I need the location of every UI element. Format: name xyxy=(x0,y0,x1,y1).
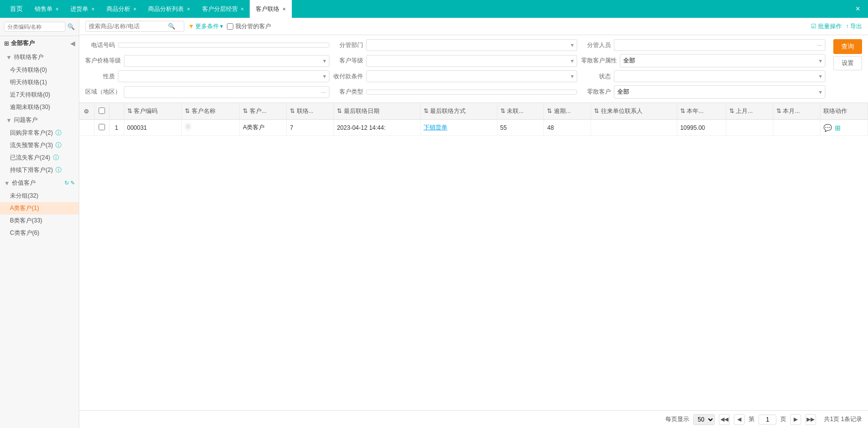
filter-toolbar: 🔍 ▼ 更多条件 ▾ 我分管的客户 ☑ 批量操作 ↑ 导出 xyxy=(79,18,868,35)
price-level-select[interactable]: ▾ xyxy=(124,55,329,67)
close-tab-sales[interactable]: × xyxy=(55,6,58,12)
th-no-contact[interactable]: ⇅ 未联... xyxy=(497,103,544,120)
per-page-select[interactable]: 50 xyxy=(693,414,715,425)
th-contact[interactable]: ⇅ 联络... xyxy=(287,103,334,120)
nav-tab-customer-segment[interactable]: 客户分层经营 × xyxy=(196,0,250,18)
scattered-select[interactable]: 全部 ▾ xyxy=(620,54,825,67)
close-tab-customer-contact[interactable]: × xyxy=(282,6,285,12)
td-last-month xyxy=(726,120,773,136)
sidebar-group-problem[interactable]: ▼ 问题客户 xyxy=(0,113,79,127)
arrow-down-icon: ▼ xyxy=(6,54,12,61)
batch-op-btn[interactable]: ☑ 批量操作 xyxy=(811,22,842,31)
scattered-2-select[interactable]: 全部 ▾ xyxy=(614,85,825,99)
payment-select[interactable]: ▾ xyxy=(366,70,578,82)
th-last-month[interactable]: ⇅ 上月... xyxy=(726,103,773,120)
phone-label: 电话号码 xyxy=(85,41,115,50)
th-last-date[interactable]: ⇅ 最后联络日期 xyxy=(334,103,421,120)
td-code: 000031 xyxy=(124,120,182,136)
value-group-icons[interactable]: ↻ ✎ xyxy=(64,180,75,186)
my-customers-checkbox[interactable] xyxy=(227,23,233,30)
pagination: 每页显示 50 ◀◀ ◀ 第 页 ▶ ▶▶ 共1页 1条记录 xyxy=(79,410,868,428)
setting-button[interactable]: 设置 xyxy=(833,56,862,70)
close-tab-customer-segment[interactable]: × xyxy=(241,6,244,12)
td-level: A类客户 xyxy=(240,120,287,136)
sidebar-item-c-class[interactable]: C类客户(6) xyxy=(0,227,79,239)
nav-tab-analysis-list[interactable]: 商品分析列表 × xyxy=(142,0,196,18)
last-page-btn[interactable]: ▶▶ xyxy=(805,414,816,425)
close-tab-purchase[interactable]: × xyxy=(91,6,94,12)
close-tab-analysis-list[interactable]: × xyxy=(187,6,190,12)
action-qr-icon[interactable]: ⊞ xyxy=(835,124,841,132)
th-code[interactable]: ⇅ 客户编码 xyxy=(124,103,182,120)
sidebar-item-tomorrow[interactable]: 明天待联络(1) xyxy=(0,76,79,89)
sidebar-item-ungrouped[interactable]: 未分组(32) xyxy=(0,190,79,202)
sidebar-item-abnormal[interactable]: 回购异常客户(2) ⓘ xyxy=(0,127,79,139)
sidebar-search-input[interactable] xyxy=(4,22,65,32)
dept-select[interactable]: ▾ xyxy=(366,39,578,51)
query-button[interactable]: 查询 xyxy=(833,39,862,54)
th-this-year[interactable]: ⇅ 本年... xyxy=(677,103,726,120)
next-page-btn[interactable]: ▶ xyxy=(790,414,801,425)
th-gear[interactable]: ⚙ xyxy=(79,103,94,120)
last-method-link[interactable]: 下销货单 xyxy=(424,124,447,131)
sidebar-item-today[interactable]: 今天待联络(0) xyxy=(0,64,79,76)
sidebar-item-b-class[interactable]: B类客户(33) xyxy=(0,214,79,227)
sidebar-search-icon[interactable]: 🔍 xyxy=(67,23,75,30)
nav-tab-analysis[interactable]: 商品分析 × xyxy=(101,0,142,18)
grid-icon: ⊞ xyxy=(4,40,9,47)
td-contact: 7 xyxy=(287,120,334,136)
filter-search-box[interactable]: 🔍 xyxy=(85,21,184,32)
my-customers-filter[interactable]: 我分管的客户 xyxy=(227,22,271,31)
person-label: 分管人员 xyxy=(581,41,611,50)
region-input[interactable]: ··· xyxy=(124,86,329,98)
first-page-btn[interactable]: ◀◀ xyxy=(719,414,730,425)
sidebar-all-customers[interactable]: ⊞ 全部客户 ◀ xyxy=(0,36,79,51)
sidebar-group-value[interactable]: ▼ 价值客户 ↻ ✎ xyxy=(0,176,79,190)
toolbar-right: ☑ 批量操作 ↑ 导出 xyxy=(811,22,862,31)
sidebar-group-pending[interactable]: ▼ 待联络客户 xyxy=(0,51,79,64)
th-name[interactable]: ⇅ 客户名称 xyxy=(182,103,240,120)
phone-input[interactable] xyxy=(118,43,329,48)
sidebar-collapse-button[interactable]: ◀ xyxy=(70,40,75,47)
sidebar-search-container: 🔍 xyxy=(0,18,79,36)
td-num: 1 xyxy=(109,120,124,136)
th-visits[interactable]: ⇅ 往来单位联系人 xyxy=(591,103,677,120)
select-all-checkbox[interactable] xyxy=(99,107,105,114)
close-tab-analysis[interactable]: × xyxy=(133,6,136,12)
sidebar-item-7days[interactable]: 近7天待联络(0) xyxy=(0,89,79,101)
sidebar-item-a-class[interactable]: A类客户(1) xyxy=(0,202,79,214)
sidebar-item-overdue[interactable]: 逾期未联络(30) xyxy=(0,101,79,113)
filter-search-input[interactable] xyxy=(89,23,168,30)
sidebar-item-churn-warning[interactable]: 流失预警客户(3) ⓘ xyxy=(0,139,79,152)
sidebar-item-churned[interactable]: 已流失客户(24) ⓘ xyxy=(0,152,79,164)
page-number-input[interactable] xyxy=(759,415,776,425)
customer-type-input[interactable] xyxy=(366,90,578,95)
advanced-filters: 电话号码 分管部门 ▾ 分管人员 xyxy=(79,35,868,103)
nav-tab-customer-contact[interactable]: 客户联络 × xyxy=(250,0,291,18)
nav-home[interactable]: 首页 xyxy=(4,4,29,13)
nav-tab-purchase[interactable]: 进货单 × xyxy=(64,0,100,18)
more-filters-btn[interactable]: ▼ 更多条件 ▾ xyxy=(188,22,223,31)
prev-page-btn[interactable]: ◀ xyxy=(734,414,745,425)
action-message-icon[interactable]: 💬 xyxy=(823,124,832,132)
th-last-method[interactable]: ⇅ 最后联络方式 xyxy=(420,103,497,120)
td-name: ？ xyxy=(182,120,240,136)
th-this-month[interactable]: ⇅ 本月... xyxy=(773,103,820,120)
filter-scattered: 零散客户属性 全部 ▾ xyxy=(581,54,825,67)
customer-level-select[interactable]: ▾ xyxy=(366,55,578,67)
nature-select[interactable]: ▾ xyxy=(118,70,329,82)
th-level[interactable]: ⇅ 客户... xyxy=(240,103,287,120)
td-last-method[interactable]: 下销货单 xyxy=(420,120,497,136)
nav-tab-sales[interactable]: 销售单 × xyxy=(29,0,64,18)
row-checkbox[interactable] xyxy=(99,124,105,130)
total-records: 共1页 1条记录 xyxy=(824,415,862,424)
window-close-button[interactable]: × xyxy=(852,4,864,13)
sidebar-item-declining[interactable]: 持续下滑客户(2) ⓘ xyxy=(0,164,79,176)
status-select[interactable]: ▾ xyxy=(614,70,825,82)
td-gear xyxy=(79,120,94,136)
export-btn[interactable]: ↑ 导出 xyxy=(846,22,862,31)
td-checkbox[interactable] xyxy=(94,120,109,136)
filter-search-icon[interactable]: 🔍 xyxy=(168,23,175,30)
person-input[interactable]: ··· xyxy=(614,39,825,51)
th-overdue[interactable]: ⇅ 逾期... xyxy=(544,103,591,120)
